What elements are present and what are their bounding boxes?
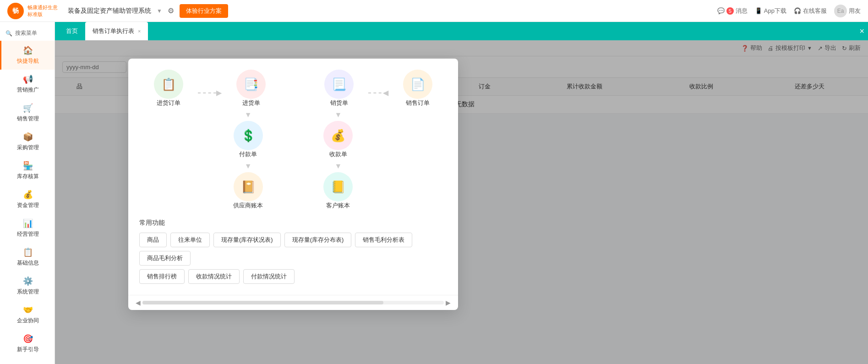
scroll-right-icon[interactable]: ▶: [446, 299, 451, 306]
arrow-tip-1: ▶: [216, 88, 222, 97]
user-menu[interactable]: Ea 用友: [834, 5, 861, 17]
payment-label: 付款单: [239, 150, 257, 158]
sales-order-circle: 📃: [324, 70, 354, 99]
sidebar-item-guide[interactable]: 🎯 新手引导: [0, 329, 55, 358]
arrow-down-4: ▼: [334, 162, 342, 170]
main-area: 首页 销售订单执行表 × × ❓ 帮助 🖨 按模板打印 ▼: [55, 22, 868, 364]
func-btn-3[interactable]: 现存量(库存分布表): [284, 233, 352, 247]
sidebar-label-enterprise: 企业协同: [17, 317, 39, 325]
sidebar-label-system: 系统管理: [17, 288, 39, 296]
arrow-down-rec: ▼: [308, 162, 368, 170]
logo-symbol: 畅: [12, 7, 19, 15]
service-button[interactable]: 🎧 在线客服: [794, 7, 827, 15]
try-button[interactable]: 体验行业方案: [180, 4, 228, 18]
func-btn-1[interactable]: 往来单位: [170, 233, 210, 247]
sales-order-label: 销货单: [330, 99, 348, 107]
sidebar-item-basic[interactable]: 📋 基础信息: [0, 243, 55, 272]
sidebar: 🔍 搜索菜单 🏠 快捷导航 📢 营销推广 🛒 销售管理 📦 采购管理 🏪 库存核…: [0, 22, 55, 364]
sp2: [199, 162, 218, 170]
sales-order-doc-circle: 📄: [403, 70, 432, 99]
marketing-icon: 📢: [23, 74, 33, 84]
func-btn-2[interactable]: 现存量(库存状况表): [213, 233, 281, 247]
system-title: 装备及固定资产辅助管理系统: [68, 7, 151, 15]
arrow-down-sales: ▼: [308, 111, 368, 119]
sidebar-label-sales: 销售管理: [17, 115, 39, 123]
main-layout: 🔍 搜索菜单 🏠 快捷导航 📢 营销推广 🛒 销售管理 📦 采购管理 🏪 库存核…: [0, 22, 868, 364]
node-supplier-account[interactable]: 📔 供应商账本: [218, 172, 278, 210]
spacer-arrow2: [368, 111, 387, 119]
arrow-right-1: ▶: [198, 88, 222, 107]
tab-sales-order[interactable]: 销售订单执行表 ×: [85, 22, 148, 40]
func-btn-0[interactable]: 商品: [139, 233, 167, 247]
sidebar-item-quick[interactable]: 🏠 快捷导航: [0, 41, 55, 70]
quick-icon: 🏠: [23, 45, 33, 55]
node-payment[interactable]: 💲 付款单: [218, 121, 278, 158]
sidebar-item-inventory[interactable]: 🏪 库存核算: [0, 156, 55, 185]
sidebar-item-purchase[interactable]: 📦 采购管理: [0, 127, 55, 156]
search-menu[interactable]: 🔍 搜索菜单: [0, 26, 55, 41]
node-receipt[interactable]: 💰 收款单: [308, 121, 368, 158]
finance-icon: 💰: [23, 190, 33, 200]
func-btn-4[interactable]: 销售毛利分析表: [355, 233, 412, 247]
sidebar-item-sales[interactable]: 🛒 销售管理: [0, 98, 55, 127]
app-label: App下载: [764, 7, 786, 15]
message-button[interactable]: 💬 5 消息: [717, 7, 748, 15]
operation-icon: 📊: [23, 218, 33, 228]
close-window-icon[interactable]: ×: [859, 27, 864, 36]
sidebar-item-system[interactable]: ⚙️ 系统管理: [0, 272, 55, 300]
purchase-order-label: 进货订单: [157, 99, 180, 107]
sidebar-item-operation[interactable]: 📊 经营管理: [0, 214, 55, 243]
node-sales-order-doc[interactable]: 📄 销售订单: [388, 70, 447, 107]
logo-line1: 畅康通好生意: [27, 4, 58, 11]
func-btn-6[interactable]: 销售排行榜: [139, 269, 185, 284]
modal-scrollbar: ◀ ▶: [128, 295, 458, 310]
logo-icon: 畅: [7, 3, 24, 19]
app-download-button[interactable]: 📱 App下载: [755, 7, 786, 15]
arrow-down-icon-1: ▼: [245, 111, 252, 119]
sp4: [368, 162, 387, 170]
receipt-circle: 💰: [323, 121, 353, 150]
avatar: Ea: [834, 5, 847, 17]
message-label: 消息: [736, 7, 748, 15]
sidebar-label-purchase: 采购管理: [17, 144, 39, 152]
spacer-mid: [278, 111, 308, 119]
func-btn-7[interactable]: 收款情况统计: [188, 269, 240, 284]
sidebar-label-guide: 新手引导: [17, 346, 39, 353]
sidebar-item-marketing[interactable]: 📢 营销推广: [0, 70, 55, 98]
system-icon: ⚙️: [23, 276, 33, 286]
func-btn-5[interactable]: 商品毛利分析: [139, 251, 191, 266]
arrow-down-purchase: ▼: [218, 111, 278, 119]
content-area: ❓ 帮助 🖨 按模板打印 ▼ ↗ 导出 ↻ 刷新: [55, 40, 868, 364]
node-customer-account[interactable]: 📒 客户账本: [308, 172, 368, 210]
sp1: [139, 162, 199, 170]
tab-home[interactable]: 首页: [59, 22, 85, 40]
spacer-arrow1: [199, 111, 218, 119]
node-purchase-receipt[interactable]: 📑 进货单: [222, 70, 280, 107]
node-purchase-order[interactable]: 📋 进货订单: [139, 70, 198, 107]
func-btn-8[interactable]: 付款情况统计: [243, 269, 295, 284]
sales-order-doc-label: 销售订单: [406, 99, 430, 107]
common-title: 常用功能: [139, 219, 447, 227]
enterprise-icon: 🤝: [23, 305, 33, 315]
modal-body: 📋 进货订单 ▶ 📑 进货单: [128, 59, 458, 295]
scrollbar-track[interactable]: [142, 301, 444, 304]
settings-icon[interactable]: ⚙: [168, 6, 174, 15]
arrow-left-1: ◀: [368, 88, 388, 107]
dropdown-icon[interactable]: ▼: [157, 8, 162, 14]
purchase-icon: 📦: [23, 132, 33, 142]
sidebar-item-enterprise[interactable]: 🤝 企业协同: [0, 300, 55, 329]
tab-bar: 首页 销售订单执行表 × ×: [55, 22, 868, 40]
func-buttons-row1: 商品 往来单位 现存量(库存状况表) 现存量(库存分布表) 销售毛利分析表 商品…: [139, 233, 447, 266]
supplier-label: 供应商账本: [233, 201, 263, 210]
scroll-left-icon[interactable]: ◀: [136, 299, 141, 306]
sidebar-label-finance: 资金管理: [17, 201, 39, 209]
node-sales-order[interactable]: 📃 销货单: [310, 70, 368, 107]
sidebar-item-finance[interactable]: 💰 资金管理: [0, 185, 55, 214]
tab-close-icon[interactable]: ×: [138, 28, 141, 34]
guide-icon: 🎯: [23, 334, 33, 344]
logo-line2: 标准版: [27, 11, 58, 17]
sales-icon: 🛒: [23, 103, 33, 113]
sidebar-label-quick: 快捷导航: [17, 57, 39, 65]
top-header: 畅 畅康通好生意 标准版 装备及固定资产辅助管理系统 ▼ ⚙ 体验行业方案 💬 …: [0, 0, 868, 22]
message-icon: 💬: [717, 7, 725, 14]
